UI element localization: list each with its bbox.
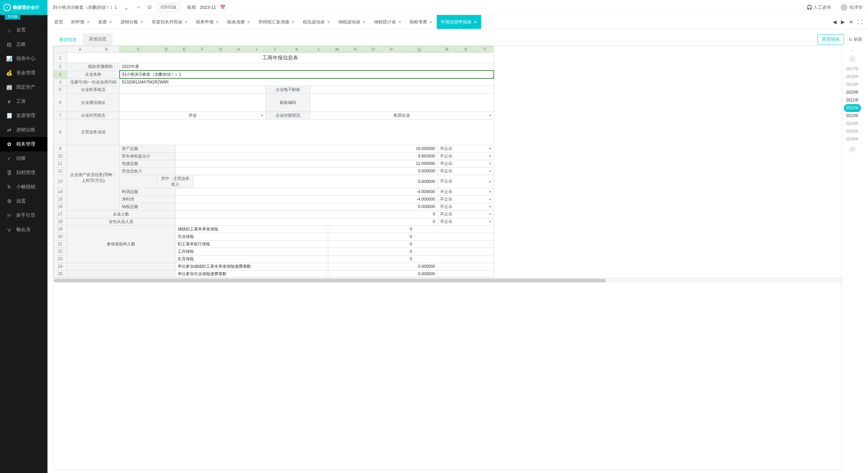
row-header[interactable]: 11	[54, 160, 67, 167]
fin-pub[interactable]: 不公示	[438, 167, 494, 175]
biz-value[interactable]	[120, 119, 494, 145]
row-header[interactable]: 15	[54, 195, 67, 203]
col-header[interactable]: L	[310, 46, 328, 53]
year-option[interactable]: 2023年	[844, 112, 861, 120]
row-header[interactable]: 18	[54, 218, 67, 225]
col-header[interactable]: P	[382, 46, 400, 53]
tab-close-all-icon[interactable]: ✕	[849, 19, 853, 25]
sidebar-item-3[interactable]: 💰资金管理	[0, 66, 47, 80]
subtab-0[interactable]: 基础信息	[53, 33, 83, 45]
ins-value[interactable]: 0	[328, 240, 494, 248]
row-header[interactable]: 8	[54, 119, 67, 145]
fin-pub[interactable]: 不公示	[438, 145, 494, 152]
col-header[interactable]: D	[157, 46, 175, 53]
add-icon[interactable]: +	[136, 4, 141, 11]
sidebar-item-0[interactable]: ⌂首页	[0, 23, 47, 37]
col-header[interactable]: H	[230, 46, 248, 53]
period-value[interactable]: 2023-11	[200, 5, 216, 10]
tab-10[interactable]: 纳税统计表✕	[370, 15, 406, 29]
row-header[interactable]: 6	[54, 93, 67, 112]
close-icon[interactable]: ✕	[247, 20, 250, 24]
row-header[interactable]: 5	[54, 86, 67, 93]
close-icon[interactable]: ✕	[429, 20, 433, 24]
close-icon[interactable]: ✕	[216, 20, 219, 24]
tab-11[interactable]: 税检专家✕	[406, 15, 437, 29]
fin-value[interactable]: 12.050000	[175, 160, 438, 167]
fin-value[interactable]: 18.050000	[175, 145, 438, 152]
tab-12[interactable]: 年报信息申报表✕	[437, 15, 481, 29]
fin-pub[interactable]: 不公示	[438, 152, 494, 160]
postal-value[interactable]	[310, 93, 494, 112]
close-icon[interactable]: ✕	[398, 20, 401, 24]
fin-value[interactable]: 0.000000	[193, 175, 438, 188]
col-header[interactable]: E	[175, 46, 193, 53]
col-header[interactable]: R	[438, 46, 456, 53]
sidebar-item-4[interactable]: 🏢固定资产	[0, 80, 47, 94]
base-pub[interactable]	[438, 270, 494, 278]
fin-pub[interactable]: 不公示	[438, 188, 494, 195]
horizontal-scrollbar[interactable]	[53, 278, 842, 283]
ins-value[interactable]: 0	[328, 225, 494, 233]
col-header[interactable]: N	[346, 46, 364, 53]
fullscreen-icon[interactable]: ⛶	[857, 19, 863, 25]
emp-value[interactable]: 0	[175, 210, 438, 218]
period-value-cell[interactable]: 2022年度	[120, 63, 494, 71]
chevron-down-icon[interactable]: ⌄	[121, 4, 132, 11]
phone-value[interactable]	[120, 86, 266, 93]
fin-pub[interactable]: 不公示	[438, 203, 494, 210]
fin-value[interactable]: 9.992000	[175, 152, 438, 160]
close-icon[interactable]: ✕	[291, 20, 295, 24]
fin-pub[interactable]: 不公示	[438, 195, 494, 203]
fin-value[interactable]: 0.000000	[175, 167, 438, 175]
reg-value-cell[interactable]: 91320811MA7NGR2W6R	[120, 78, 494, 86]
company-value-cell[interactable]: 刘小艳演示账套（勿删勿动！）1	[120, 71, 494, 78]
row-header[interactable]: 12	[54, 167, 67, 175]
row-header[interactable]: 1	[54, 53, 67, 63]
col-header[interactable]: O	[364, 46, 382, 53]
sidebar-item-14[interactable]: V畅会员	[0, 223, 47, 237]
year-option[interactable]: 2024年	[844, 120, 861, 128]
year-down-icon[interactable]: ﹀	[849, 146, 856, 153]
row-header[interactable]: 23	[54, 255, 67, 263]
row-header[interactable]: 21	[54, 240, 67, 248]
sidebar-item-6[interactable]: 🧾发票管理	[0, 109, 47, 123]
year-option[interactable]: 2022年	[844, 104, 861, 112]
sidebar-item-7[interactable]: ⇄进销台账	[0, 123, 47, 137]
sidebar-item-2[interactable]: 📊报表中心	[0, 52, 47, 66]
col-header[interactable]: T	[476, 46, 494, 53]
fin-value[interactable]: -4.000000	[175, 188, 438, 195]
support-link[interactable]: 🎧 人工咨询	[807, 4, 831, 11]
tab-7[interactable]: 所得税汇算清缴✕	[254, 15, 299, 29]
col-header[interactable]: I	[248, 46, 265, 53]
tab-1[interactable]: 妁申报✕	[67, 15, 94, 29]
tab-8[interactable]: 税负波动表✕	[299, 15, 334, 29]
sidebar-item-12[interactable]: ⚙设置	[0, 194, 47, 208]
calendar-icon[interactable]: 📅	[220, 5, 225, 10]
close-icon[interactable]: ✕	[184, 20, 188, 24]
holding-value[interactable]: 私营企业	[310, 112, 494, 119]
fin-pub[interactable]: 不公示	[438, 175, 494, 188]
fin-value[interactable]: 0.000000	[175, 203, 438, 210]
row-header[interactable]: 22	[54, 248, 67, 255]
user-menu[interactable]: 徐泽华	[841, 4, 863, 11]
row-header[interactable]: 13	[54, 175, 67, 188]
sidebar-item-13[interactable]: 🏳新手引导	[0, 208, 47, 223]
female-value[interactable]: 0	[175, 218, 438, 225]
tab-9[interactable]: 纳税波动表✕	[334, 15, 370, 29]
sidebar-item-11[interactable]: ↻小畅报销	[0, 180, 47, 194]
year-option[interactable]: 2025年	[844, 128, 861, 135]
year-option[interactable]: 2026年	[844, 135, 861, 143]
fin-value[interactable]: -4.000000	[175, 195, 438, 203]
tab-next-icon[interactable]: ▶	[841, 19, 845, 25]
email-value[interactable]	[310, 86, 494, 93]
row-header[interactable]: 4	[54, 78, 67, 86]
year-option[interactable]: 2019年	[844, 81, 861, 89]
row-header[interactable]: 20	[54, 233, 67, 240]
old-version-button[interactable]: 切到旧版	[157, 3, 180, 12]
col-header[interactable]: B	[93, 46, 120, 53]
col-header[interactable]: M	[328, 46, 346, 53]
tab-0[interactable]: 首页	[50, 15, 67, 29]
row-header[interactable]: 10	[54, 152, 67, 160]
row-header[interactable]: 7	[54, 112, 67, 119]
col-header[interactable]: Q	[400, 46, 438, 53]
